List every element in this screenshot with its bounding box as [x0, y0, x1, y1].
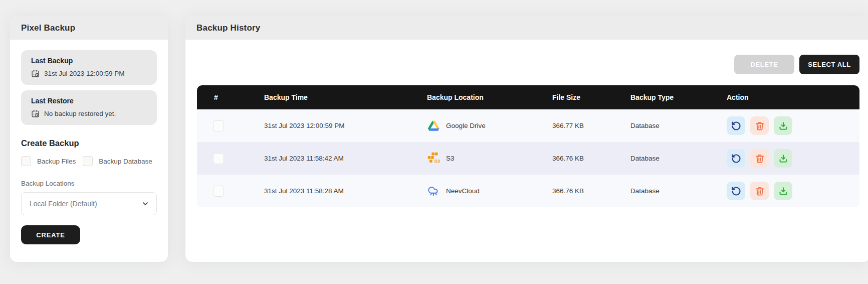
create-backup-heading: Create Backup	[21, 138, 157, 148]
row-checkbox[interactable]	[213, 153, 224, 164]
backup-type-cell: Database	[630, 175, 660, 207]
sidebar-title: Pixel Backup	[21, 23, 75, 33]
last-restore-label: Last Restore	[31, 97, 147, 105]
backup-database-label: Backup Database	[99, 158, 152, 165]
main-header: Backup History	[185, 16, 868, 40]
download-button[interactable]	[774, 182, 792, 200]
create-button[interactable]: CREATE	[21, 225, 80, 244]
pixel-backup-panel: Pixel Backup Last Backup 31st Jul 2023 1…	[10, 16, 168, 262]
table-row: 31st Jul 2023 12:00:59 PM Google Drive 3…	[197, 109, 859, 142]
action-cell	[727, 109, 792, 142]
backup-history-table: # Backup Time Backup Location File Size …	[197, 85, 859, 207]
last-backup-time: 31st Jul 2023 12:00:59 PM	[44, 70, 125, 77]
backup-location-name: NeevCloud	[446, 187, 480, 195]
backup-files-label: Backup Files	[37, 158, 76, 165]
download-button[interactable]	[774, 149, 792, 168]
backup-location-select[interactable]: Local Folder (Default)	[21, 192, 157, 215]
main-title: Backup History	[196, 23, 261, 33]
calendar-clock-icon	[31, 69, 40, 78]
aws-s3-icon: S3	[427, 152, 440, 165]
action-cell	[727, 142, 792, 175]
row-checkbox[interactable]	[213, 186, 224, 197]
row-checkbox[interactable]	[213, 120, 224, 131]
restore-icon	[731, 121, 741, 131]
column-header-size: File Size	[552, 85, 580, 109]
action-cell	[727, 175, 792, 207]
restore-button[interactable]	[727, 116, 745, 135]
last-restore-card: Last Restore No backup restored yet.	[21, 90, 157, 125]
backup-options-row: Backup Files Backup Database	[21, 156, 157, 166]
backup-locations-label: Backup Locations	[21, 180, 157, 187]
last-backup-label: Last Backup	[31, 57, 147, 65]
restore-button[interactable]	[727, 182, 745, 200]
backup-files-checkbox[interactable]	[21, 156, 31, 166]
backup-time-cell: 31st Jul 2023 11:58:42 AM	[264, 142, 344, 175]
column-header-number: #	[214, 85, 218, 109]
backup-location-cell: Google Drive	[427, 109, 486, 142]
svg-text:S3: S3	[435, 159, 440, 164]
table-row: 31st Jul 2023 11:58:28 AM NeevCloud 366.…	[197, 175, 859, 207]
column-header-type: Backup Type	[630, 85, 674, 109]
column-header-time: Backup Time	[264, 85, 308, 109]
calendar-clock-icon	[31, 109, 40, 118]
backup-time-cell: 31st Jul 2023 11:58:28 AM	[264, 175, 344, 207]
table-row: 31st Jul 2023 11:58:42 AM S3 S3 366.76 K…	[197, 142, 859, 175]
last-backup-value-row: 31st Jul 2023 12:00:59 PM	[31, 69, 147, 78]
restore-icon	[731, 186, 741, 196]
download-icon	[778, 154, 788, 164]
backup-location-name: Google Drive	[446, 122, 486, 129]
backup-files-option[interactable]: Backup Files	[21, 156, 76, 166]
file-size-cell: 366.77 KB	[552, 109, 584, 142]
sidebar-body: Last Backup 31st Jul 2023 12:00:59 PM La…	[10, 40, 168, 244]
backup-location-name: S3	[446, 155, 455, 162]
backup-time-cell: 31st Jul 2023 12:00:59 PM	[264, 109, 345, 142]
last-backup-card: Last Backup 31st Jul 2023 12:00:59 PM	[21, 50, 157, 85]
download-icon	[778, 186, 788, 196]
select-all-button[interactable]: SELECT ALL	[799, 55, 859, 74]
backup-location-selected-value: Local Folder (Default)	[30, 200, 97, 208]
last-restore-status: No backup restored yet.	[44, 110, 116, 117]
delete-row-button[interactable]	[750, 182, 769, 200]
backup-location-cell: S3 S3	[427, 142, 455, 175]
google-drive-icon	[427, 119, 440, 132]
delete-row-button[interactable]	[750, 116, 769, 135]
backup-database-checkbox[interactable]	[83, 156, 93, 166]
restore-button[interactable]	[727, 149, 745, 168]
backup-history-panel: Backup History DELETE SELECT ALL # Backu…	[185, 16, 868, 262]
last-restore-value-row: No backup restored yet.	[31, 109, 147, 118]
table-header-row: # Backup Time Backup Location File Size …	[197, 85, 859, 109]
file-size-cell: 366.76 KB	[552, 142, 584, 175]
trash-icon	[755, 186, 765, 196]
column-header-location: Backup Location	[427, 85, 484, 109]
column-header-action: Action	[727, 85, 749, 109]
backup-type-cell: Database	[630, 142, 660, 175]
backup-database-option[interactable]: Backup Database	[83, 156, 152, 166]
delete-button[interactable]: DELETE	[734, 55, 794, 74]
delete-row-button[interactable]	[750, 149, 769, 168]
chevron-down-icon	[141, 200, 149, 208]
trash-icon	[755, 121, 765, 131]
download-icon	[778, 121, 788, 131]
neevcloud-icon	[427, 185, 440, 198]
download-button[interactable]	[774, 116, 792, 135]
file-size-cell: 366.76 KB	[552, 175, 584, 207]
trash-icon	[755, 154, 765, 164]
restore-icon	[731, 154, 741, 164]
backup-location-cell: NeevCloud	[427, 175, 480, 207]
sidebar-header: Pixel Backup	[10, 16, 168, 40]
backup-type-cell: Database	[630, 109, 660, 142]
